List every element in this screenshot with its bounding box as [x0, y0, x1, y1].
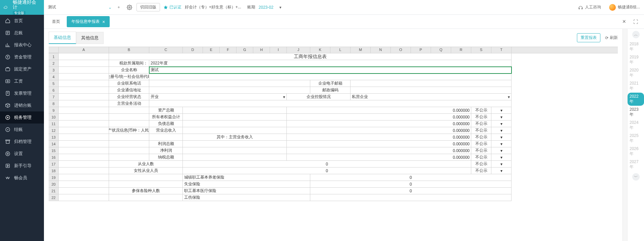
cell[interactable]	[149, 74, 512, 80]
cell[interactable]: 城镇职工基本养老保险	[183, 174, 310, 181]
cell[interactable]: 营业总收入	[149, 127, 183, 134]
row-header[interactable]: 20	[49, 181, 59, 188]
cell[interactable]: 0	[310, 188, 512, 194]
col-header[interactable]: H	[253, 47, 270, 53]
cell[interactable]: 不公示	[471, 147, 491, 154]
cell[interactable]: 不公示	[471, 120, 491, 127]
cell[interactable]: 不公示	[471, 161, 491, 167]
fullscreen-icon[interactable]: ⛶	[632, 19, 639, 25]
cell-company-name[interactable]: 测试	[149, 67, 512, 74]
cell[interactable]: 税款所属期间：	[109, 60, 149, 67]
cell[interactable]	[59, 60, 109, 67]
cell[interactable]	[109, 174, 183, 181]
row-header[interactable]: 9	[49, 107, 59, 114]
cell[interactable]: 企业资产状况信息(币种：人民币万元)	[109, 127, 149, 134]
cell[interactable]: 不公示	[471, 141, 491, 147]
cell[interactable]: ▾	[491, 127, 512, 134]
cell[interactable]: 0.000000	[287, 120, 471, 127]
row-header[interactable]: 6	[49, 87, 59, 94]
cell[interactable]: 不公示	[471, 134, 491, 141]
tab-home[interactable]: 首页	[49, 17, 63, 27]
col-header[interactable]: M	[351, 47, 371, 53]
cell[interactable]: 其中：主营业务收入	[183, 134, 287, 141]
cell[interactable]	[149, 87, 310, 94]
col-header[interactable]: E	[203, 47, 220, 53]
cell[interactable]	[109, 141, 149, 147]
row-header[interactable]: 14	[49, 141, 59, 147]
sidebar-item-0[interactable]: 首页	[0, 15, 44, 27]
cell[interactable]: 0.000000	[287, 147, 471, 154]
row-header[interactable]: 2	[49, 60, 59, 67]
cell[interactable]: 参保各险种人数	[109, 188, 183, 194]
cell[interactable]	[149, 100, 512, 107]
cell[interactable]: 净利润	[149, 147, 183, 154]
year-item[interactable]: 2022年	[628, 93, 644, 106]
switch-old-button[interactable]: 切回旧版	[137, 3, 160, 11]
cell[interactable]	[59, 181, 109, 188]
cell[interactable]: 0	[183, 161, 471, 167]
cell[interactable]: 纳税总额	[149, 154, 183, 161]
year-item[interactable]: 2020年	[628, 66, 644, 80]
cell[interactable]: 企业联系电话	[109, 80, 149, 87]
sidebar-item-4[interactable]: 固定资产	[0, 63, 44, 75]
cell[interactable]	[183, 114, 287, 120]
cell[interactable]	[183, 107, 287, 114]
scrollbar[interactable]	[623, 29, 627, 241]
row-header[interactable]: 19	[49, 174, 59, 181]
year-item[interactable]: 2021年	[628, 80, 644, 93]
year-item[interactable]: 2019年	[628, 53, 644, 66]
col-header[interactable]: Q	[431, 47, 451, 53]
cell[interactable]: 2022年度	[149, 60, 512, 67]
col-header[interactable]: B	[109, 47, 149, 53]
cell[interactable]: 企业通信地址	[109, 87, 149, 94]
cell[interactable]	[59, 114, 109, 120]
row-header[interactable]: 1	[49, 53, 59, 60]
col-header[interactable]: F	[220, 47, 236, 53]
sidebar-item-12[interactable]: 新手引导	[0, 160, 44, 172]
cell[interactable]	[59, 74, 109, 80]
year-item[interactable]: 2025年	[628, 132, 644, 145]
cell[interactable]	[183, 147, 287, 154]
col-header[interactable]: J	[287, 47, 310, 53]
sidebar-item-6[interactable]: 发票管理	[0, 87, 44, 99]
year-next-button[interactable]: ﹀	[632, 173, 640, 181]
year-item[interactable]: 2026年	[628, 145, 644, 158]
cell[interactable]	[59, 167, 109, 174]
cell[interactable]: ▾	[491, 154, 512, 161]
cell[interactable]	[183, 127, 287, 134]
refresh-button[interactable]: ⟳ 刷新	[605, 35, 618, 41]
cell[interactable]	[109, 134, 149, 141]
cell[interactable]: 0.000000	[287, 107, 471, 114]
col-header[interactable]: P	[411, 47, 431, 53]
support-button[interactable]: 人工咨询	[578, 4, 601, 10]
cell[interactable]: ▾	[491, 147, 512, 154]
tab-annual-report[interactable]: 年报信息申报表 ×	[67, 16, 110, 27]
cell[interactable]: ▾	[491, 107, 512, 114]
row-header[interactable]: 10	[49, 114, 59, 120]
cell[interactable]	[59, 147, 109, 154]
period-dropdown-icon[interactable]: ▾	[277, 4, 284, 11]
cell[interactable]	[59, 161, 109, 167]
col-header[interactable]: L	[330, 47, 351, 53]
sidebar-item-3[interactable]: 资金管理	[0, 51, 44, 63]
year-item[interactable]: 2018年	[628, 40, 644, 53]
cell[interactable]: ▾	[491, 167, 512, 174]
cell[interactable]	[59, 134, 109, 141]
row-header[interactable]: 8	[49, 100, 59, 107]
cell[interactable]	[149, 80, 310, 87]
cell[interactable]: 失业保险	[183, 181, 310, 188]
row-header[interactable]: 7	[49, 94, 59, 100]
cell[interactable]: 0	[183, 167, 471, 174]
cell[interactable]: 不公示	[471, 114, 491, 120]
cell[interactable]	[109, 107, 149, 114]
sidebar-item-5[interactable]: 工资	[0, 75, 44, 87]
col-header[interactable]: R	[451, 47, 471, 53]
cell[interactable]: 企业电子邮箱	[310, 80, 351, 87]
sidebar-item-13[interactable]: 畅会员	[0, 172, 44, 184]
row-header[interactable]: 12	[49, 127, 59, 134]
cell[interactable]	[183, 120, 287, 127]
cell[interactable]	[59, 87, 109, 94]
cell[interactable]	[149, 134, 183, 141]
cell[interactable]: 不公示	[471, 127, 491, 134]
year-item[interactable]: 2027年	[628, 158, 644, 171]
